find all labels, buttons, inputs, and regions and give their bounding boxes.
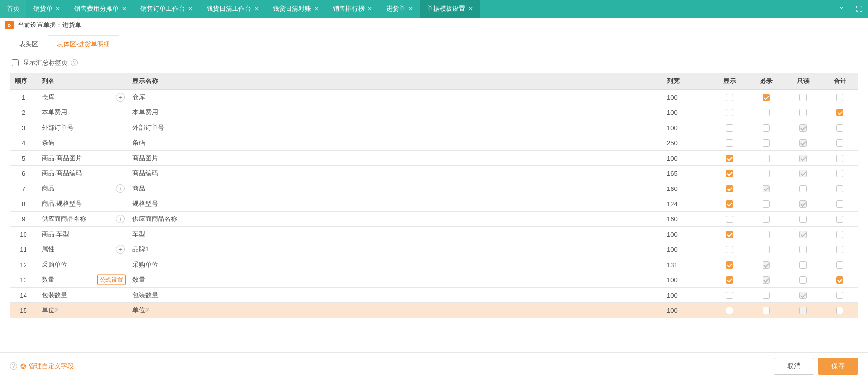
cell-width[interactable]: 100 — [662, 105, 711, 120]
checkbox[interactable] — [726, 185, 733, 192]
cell-width[interactable]: 250 — [662, 135, 711, 151]
table-row[interactable]: 4条码条码250 — [10, 135, 858, 151]
top-tab[interactable]: 单据模板设置✕ — [420, 0, 480, 18]
close-icon[interactable]: ✕ — [122, 5, 127, 12]
checkbox[interactable] — [836, 292, 843, 299]
checkbox[interactable] — [726, 307, 733, 314]
table-row[interactable]: 5商品.商品图片商品图片100 — [10, 151, 858, 166]
close-icon[interactable]: ✕ — [188, 5, 193, 12]
top-tab[interactable]: 钱货日清工作台✕ — [200, 0, 266, 18]
checkbox[interactable] — [799, 261, 807, 269]
save-button[interactable]: 保存 — [818, 358, 858, 375]
table-row[interactable]: 11属性+品牌1100 — [10, 242, 858, 257]
checkbox[interactable] — [763, 170, 770, 177]
cell-width[interactable]: 100 — [662, 242, 711, 257]
checkbox[interactable] — [726, 109, 733, 116]
help-icon[interactable]: ? — [71, 59, 78, 66]
top-tab[interactable]: 销售订单工作台✕ — [133, 0, 200, 18]
table-row[interactable]: 6商品.商品编码商品编码165 — [10, 166, 858, 181]
expand-icon[interactable]: » — [5, 21, 14, 29]
add-subfield-button[interactable]: + — [116, 245, 125, 254]
manage-custom-fields-link[interactable]: 管理自定义字段 — [29, 362, 74, 371]
cell-width[interactable]: 131 — [662, 257, 711, 272]
cell-width[interactable]: 100 — [662, 90, 711, 105]
table-row[interactable]: 7商品+商品160 — [10, 181, 858, 196]
checkbox[interactable] — [763, 155, 770, 162]
checkbox[interactable] — [763, 231, 770, 238]
checkbox[interactable] — [799, 109, 807, 116]
formula-settings-button[interactable]: 公式设置 — [97, 275, 126, 285]
table-row[interactable]: 2本单费用本单费用100 — [10, 105, 858, 120]
cell-display-name[interactable]: 仓库 — [128, 90, 662, 105]
footer-help-icon[interactable]: ? — [10, 362, 17, 370]
cell-width[interactable]: 100 — [662, 120, 711, 135]
cell-width[interactable]: 165 — [662, 166, 711, 181]
table-row[interactable]: 1仓库+仓库100 — [10, 90, 858, 105]
show-summary-tab-checkbox[interactable] — [12, 59, 19, 66]
close-icon[interactable]: ✕ — [408, 5, 413, 12]
cell-display-name[interactable]: 商品 — [128, 181, 662, 196]
checkbox[interactable] — [763, 200, 770, 208]
checkbox[interactable] — [763, 246, 770, 253]
cell-display-name[interactable]: 外部订单号 — [128, 120, 662, 135]
checkbox[interactable] — [836, 94, 843, 101]
checkbox[interactable] — [799, 276, 807, 284]
cell-display-name[interactable]: 规格型号 — [128, 196, 662, 212]
grid-scroll-area[interactable]: 顺序 列名 显示名称 列宽 显示 必录 只读 合计 1仓库+仓库1002本单费用… — [0, 73, 868, 352]
checkbox[interactable] — [763, 307, 770, 314]
cell-width[interactable]: 100 — [662, 303, 711, 318]
table-row[interactable]: 14包装数量包装数量100 — [10, 288, 858, 303]
cell-display-name[interactable]: 本单费用 — [128, 105, 662, 120]
table-row[interactable]: 15单位2单位2100 — [10, 303, 858, 318]
checkbox[interactable] — [726, 170, 733, 177]
fullscreen-button[interactable] — [850, 0, 868, 18]
table-row[interactable]: 13数量公式设置数量100 — [10, 272, 858, 288]
cell-display-name[interactable]: 品牌1 — [128, 242, 662, 257]
cell-width[interactable]: 100 — [662, 227, 711, 242]
top-tab[interactable]: 进货单✕ — [379, 0, 420, 18]
checkbox[interactable] — [836, 261, 843, 269]
checkbox[interactable] — [836, 231, 843, 238]
checkbox[interactable] — [836, 276, 843, 284]
cell-width[interactable]: 160 — [662, 181, 711, 196]
close-icon[interactable]: ✕ — [254, 5, 259, 12]
close-icon[interactable]: ✕ — [468, 5, 473, 12]
checkbox[interactable] — [763, 124, 770, 132]
top-tab[interactable]: 销售费用分摊单✕ — [67, 0, 133, 18]
checkbox[interactable] — [726, 261, 733, 269]
checkbox[interactable] — [726, 216, 733, 223]
cell-display-name[interactable]: 包装数量 — [128, 288, 662, 303]
checkbox[interactable] — [836, 109, 843, 116]
checkbox[interactable] — [726, 246, 733, 253]
close-icon[interactable]: ✕ — [314, 5, 319, 12]
checkbox[interactable] — [836, 216, 843, 223]
add-subfield-button[interactable]: + — [116, 93, 125, 102]
close-all-tabs-button[interactable] — [833, 0, 850, 18]
checkbox[interactable] — [726, 200, 733, 208]
cell-width[interactable]: 160 — [662, 212, 711, 227]
inner-tab[interactable]: 表体区-进货单明细 — [48, 35, 119, 52]
top-tab[interactable]: 销货单✕ — [26, 0, 67, 18]
checkbox[interactable] — [836, 124, 843, 132]
checkbox[interactable] — [836, 170, 843, 177]
checkbox[interactable] — [726, 139, 733, 147]
cell-width[interactable]: 100 — [662, 272, 711, 288]
checkbox[interactable] — [763, 94, 770, 101]
cell-display-name[interactable]: 条码 — [128, 135, 662, 151]
checkbox[interactable] — [799, 94, 807, 101]
checkbox[interactable] — [799, 246, 807, 253]
cell-display-name[interactable]: 数量 — [128, 272, 662, 288]
checkbox[interactable] — [726, 94, 733, 101]
cell-display-name[interactable]: 采购单位 — [128, 257, 662, 272]
cell-display-name[interactable]: 单位2 — [128, 303, 662, 318]
table-row[interactable]: 10商品.车型车型100 — [10, 227, 858, 242]
checkbox[interactable] — [836, 185, 843, 192]
top-tab[interactable]: 销售排行榜✕ — [326, 0, 379, 18]
checkbox[interactable] — [799, 216, 807, 223]
checkbox[interactable] — [726, 276, 733, 284]
checkbox[interactable] — [836, 200, 843, 208]
cell-display-name[interactable]: 商品图片 — [128, 151, 662, 166]
inner-tab[interactable]: 表头区 — [10, 35, 48, 52]
cell-display-name[interactable]: 供应商商品名称 — [128, 212, 662, 227]
cell-display-name[interactable]: 车型 — [128, 227, 662, 242]
